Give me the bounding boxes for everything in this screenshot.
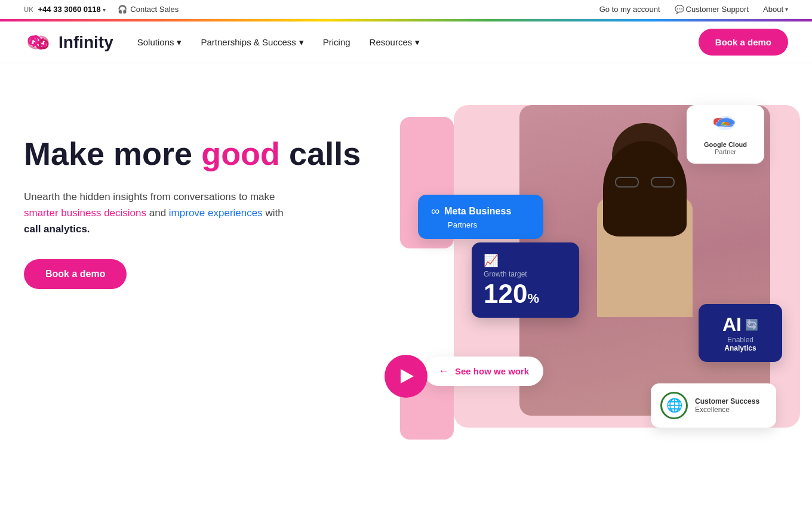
phone-number[interactable]: +44 33 3060 0118 bbox=[38, 5, 101, 14]
google-cloud-icon bbox=[694, 113, 757, 137]
google-cloud-badge: Google Cloud Partner bbox=[687, 105, 764, 164]
go-to-account-link[interactable]: Go to my account bbox=[599, 5, 660, 14]
top-bar: UK +44 33 3060 0118 ▾ 🎧 Contact Sales Go… bbox=[0, 0, 812, 19]
customer-success-badge: 🌐 Customer Success Excellence bbox=[651, 383, 776, 428]
nav-links: Solutions ▾ Partnerships & Success ▾ Pri… bbox=[137, 37, 420, 48]
hero-title: Make more good calls bbox=[24, 135, 382, 172]
hero-subtitle: Unearth the hidden insights from convers… bbox=[24, 189, 287, 238]
google-cloud-title: Google Cloud bbox=[694, 141, 757, 148]
hero-title-good: good bbox=[201, 136, 280, 171]
meta-badge: ∞ Meta Business Partners bbox=[418, 195, 543, 239]
ai-analytics-badge: AI 🔄 Enabled Analytics bbox=[699, 304, 782, 362]
globe-icon: 🌐 bbox=[660, 392, 688, 419]
pricing-nav[interactable]: Pricing bbox=[323, 37, 350, 47]
hero-section: Make more good calls Unearth the hidden … bbox=[0, 63, 812, 469]
support-icon: 💬 bbox=[675, 5, 684, 14]
hero-right: Google Cloud Partner ∞ Meta Business Par… bbox=[406, 99, 788, 446]
play-button[interactable] bbox=[385, 355, 427, 398]
uk-label: UK bbox=[24, 6, 33, 13]
subtitle-link-2: improve experiences bbox=[169, 207, 263, 219]
about-dropdown-icon: ▾ bbox=[785, 6, 788, 13]
phone-region: UK +44 33 3060 0118 ▾ bbox=[24, 5, 106, 14]
main-nav: Infinity Solutions ▾ Partnerships & Succ… bbox=[0, 21, 812, 63]
customer-support-link[interactable]: 💬 Customer Support bbox=[675, 5, 749, 14]
book-demo-nav-button[interactable]: Book a demo bbox=[699, 29, 788, 56]
logo-icon bbox=[24, 28, 53, 57]
solutions-chevron: ▾ bbox=[177, 37, 182, 48]
see-how-card[interactable]: ← See how we work bbox=[424, 357, 543, 386]
google-cloud-sub: Partner bbox=[694, 148, 757, 155]
resources-chevron: ▾ bbox=[415, 37, 420, 48]
ai-text: AI bbox=[722, 314, 742, 336]
partnerships-chevron: ▾ bbox=[299, 37, 304, 48]
logo[interactable]: Infinity bbox=[24, 28, 113, 57]
see-how-text: See how we work bbox=[455, 366, 529, 376]
hero-left: Make more good calls Unearth the hidden … bbox=[24, 99, 406, 289]
ai-cycle-icon: 🔄 bbox=[745, 318, 758, 331]
resources-nav[interactable]: Resources ▾ bbox=[370, 37, 420, 48]
growth-icon: 📈 bbox=[484, 253, 567, 268]
contact-sales-link[interactable]: 🎧 Contact Sales bbox=[118, 5, 179, 14]
phone-dropdown-icon[interactable]: ▾ bbox=[103, 7, 106, 13]
see-how-arrow-icon: ← bbox=[438, 365, 449, 377]
play-icon bbox=[401, 369, 414, 383]
logo-text: Infinity bbox=[59, 33, 113, 52]
hero-book-demo-button[interactable]: Book a demo bbox=[24, 259, 127, 289]
solutions-nav[interactable]: Solutions ▾ bbox=[137, 37, 182, 48]
about-link[interactable]: About ▾ bbox=[763, 5, 788, 14]
headset-icon: 🎧 bbox=[118, 5, 127, 14]
partnerships-nav[interactable]: Partnerships & Success ▾ bbox=[201, 37, 303, 48]
meta-icon: ∞ bbox=[431, 204, 439, 218]
growth-number: 120% bbox=[484, 281, 567, 307]
hero-cta: Book a demo bbox=[24, 259, 382, 289]
growth-badge: 📈 Growth target 120% bbox=[472, 242, 579, 318]
subtitle-link-1: smarter business decisions bbox=[24, 207, 146, 219]
